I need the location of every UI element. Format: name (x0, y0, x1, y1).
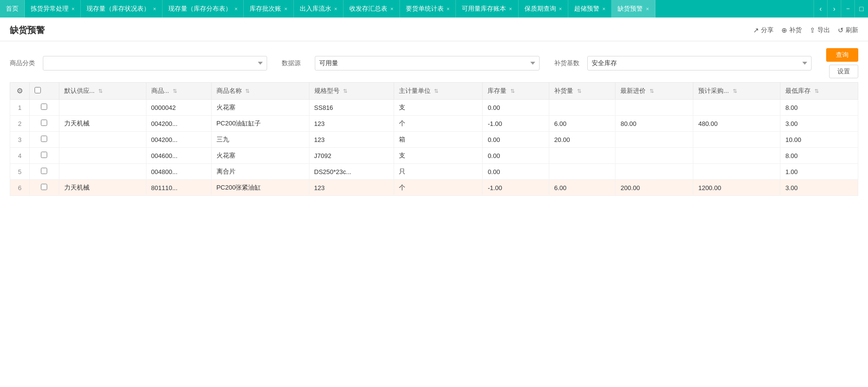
row-latest-price: 80.00 (615, 116, 693, 132)
row-min-stock: 8.00 (780, 100, 858, 116)
close-icon[interactable]: × (559, 6, 562, 12)
nav-tab-home[interactable]: 首页 (0, 0, 25, 18)
table-row: 6 力天机械 801110... PC200张紧油缸 123 个 -1.00 6… (10, 180, 858, 196)
column-stock[interactable]: 库存量 ⇅ (483, 83, 549, 100)
column-est-purchase[interactable]: 预计采购... ⇅ (693, 83, 780, 100)
close-icon[interactable]: × (509, 6, 512, 12)
close-icon[interactable]: × (284, 6, 287, 12)
nav-tab-available[interactable]: 可用量库存账本 × (456, 0, 518, 18)
nav-tab-summary[interactable]: 收发存汇总表 × (344, 0, 399, 18)
row-checkbox[interactable] (41, 136, 47, 142)
close-icon[interactable]: × (447, 6, 450, 12)
row-latest-price (615, 148, 693, 164)
nav-tab-picking[interactable]: 拣货异常处理 × (25, 0, 81, 18)
table-row: 1 0000042 火花塞 SS816 支 0.00 8.00 (10, 100, 858, 116)
row-checkbox[interactable] (41, 104, 47, 110)
row-unit: 只 (394, 164, 483, 180)
replenish-select[interactable]: 安全库存 (587, 56, 812, 70)
column-gear[interactable]: ⚙ (10, 83, 30, 100)
nav-arrow-left[interactable]: ‹ (814, 0, 827, 18)
row-num-cell: 3 (10, 132, 30, 148)
row-checkbox-cell[interactable] (30, 180, 59, 196)
row-checkbox[interactable] (41, 120, 47, 126)
row-product-code: 004600... (146, 148, 211, 164)
query-button[interactable]: 查询 (826, 48, 858, 62)
sort-icon: ⇅ (98, 88, 103, 94)
top-navigation: 首页 拣货异常处理 × 现存量（库存状况表） × 现存量（库存分布表） × 库存… (0, 0, 868, 18)
close-icon[interactable]: × (602, 6, 605, 12)
row-spec: J7092 (309, 148, 394, 164)
nav-tab-requisition[interactable]: 要货单统计表 × (400, 0, 456, 18)
row-checkbox-cell[interactable] (30, 100, 59, 116)
gear-icon[interactable]: ⚙ (17, 87, 23, 95)
close-icon[interactable]: × (646, 6, 649, 12)
row-product-name: 火花塞 (211, 100, 309, 116)
row-num-cell: 1 (10, 100, 30, 116)
row-product-code: 0000042 (146, 100, 211, 116)
row-checkbox[interactable] (41, 168, 47, 174)
page-title: 缺货预警 (10, 24, 45, 36)
row-checkbox[interactable] (41, 184, 47, 190)
nav-tab-overstock[interactable]: 超储预警 × (568, 0, 612, 18)
row-spec: 123 (309, 116, 394, 132)
nav-tab-batch[interactable]: 库存批次账 × (244, 0, 293, 18)
row-checkbox-cell[interactable] (30, 164, 59, 180)
nav-tab-expiry[interactable]: 保质期查询 × (519, 0, 568, 18)
header-actions: ↗ 分享 ⊕ 补货 ⇪ 导出 ↺ 刷新 (753, 26, 858, 35)
close-icon[interactable]: × (153, 6, 156, 12)
sort-icon: ⇅ (814, 88, 819, 94)
column-unit[interactable]: 主计量单位 ⇅ (394, 83, 483, 100)
settings-button[interactable]: 设置 (829, 65, 858, 78)
column-latest-price[interactable]: 最新进价 ⇅ (615, 83, 693, 100)
row-stock: 0.00 (483, 148, 549, 164)
column-min-stock[interactable]: 最低库存 ⇅ (780, 83, 858, 100)
row-checkbox-cell[interactable] (30, 116, 59, 132)
nav-tab-flow[interactable]: 出入库流水 × (294, 0, 344, 18)
column-replenish-qty[interactable]: 补货量 ⇅ (549, 83, 615, 100)
table-row: 4 004600... 火花塞 J7092 支 0.00 8.00 (10, 148, 858, 164)
row-checkbox[interactable] (41, 152, 47, 158)
row-spec: DS250*23c... (309, 164, 394, 180)
row-product-code: 004200... (146, 116, 211, 132)
export-button[interactable]: ⇪ 导出 (810, 26, 830, 35)
sort-icon: ⇅ (434, 88, 438, 94)
sort-icon: ⇅ (510, 88, 515, 94)
close-icon[interactable]: × (72, 6, 74, 12)
category-select[interactable] (43, 56, 267, 70)
replenish-button[interactable]: ⊕ 补货 (781, 26, 802, 35)
refresh-button[interactable]: ↺ 刷新 (838, 26, 858, 35)
row-replenish-qty: 20.00 (549, 132, 615, 148)
nav-tab-stock-status[interactable]: 现存量（库存状况表） × (81, 0, 162, 18)
row-stock: 0.00 (483, 100, 549, 116)
sort-icon: ⇅ (650, 88, 654, 94)
minimize-button[interactable]: － (841, 0, 854, 18)
row-stock: -1.00 (483, 180, 549, 196)
nav-tab-shortage[interactable]: 缺货预警 × (612, 0, 655, 18)
row-spec: 123 (309, 132, 394, 148)
row-est-purchase (693, 132, 780, 148)
column-supplier[interactable]: 默认供应... ⇅ (59, 83, 146, 100)
close-icon[interactable]: × (390, 6, 393, 12)
row-checkbox-cell[interactable] (30, 132, 59, 148)
row-num-cell: 2 (10, 116, 30, 132)
share-button[interactable]: ↗ 分享 (753, 26, 774, 35)
row-product-code: 004800... (146, 164, 211, 180)
column-product-name[interactable]: 商品名称 ⇅ (211, 83, 309, 100)
maximize-button[interactable]: □ (854, 0, 868, 18)
row-product-name: 三九 (211, 132, 309, 148)
row-replenish-qty: 6.00 (549, 180, 615, 196)
select-all-checkbox[interactable] (35, 87, 41, 93)
row-unit: 箱 (394, 132, 483, 148)
datasource-select[interactable]: 可用量 (315, 56, 539, 70)
row-checkbox-cell[interactable] (30, 148, 59, 164)
column-product-code[interactable]: 商品... ⇅ (146, 83, 211, 100)
nav-arrow-right[interactable]: › (827, 0, 841, 18)
close-icon[interactable]: × (235, 6, 237, 12)
replenish-label: 补货基数 (554, 59, 583, 68)
table-header-row: ⚙ 默认供应... ⇅ 商品... ⇅ 商品名称 ⇅ (10, 83, 858, 100)
column-spec[interactable]: 规格型号 ⇅ (309, 83, 394, 100)
close-icon[interactable]: × (334, 6, 337, 12)
nav-tab-stock-dist[interactable]: 现存量（库存分布表） × (163, 0, 244, 18)
table-wrapper: ⚙ 默认供应... ⇅ 商品... ⇅ 商品名称 ⇅ (0, 82, 868, 196)
column-checkbox (30, 83, 59, 100)
